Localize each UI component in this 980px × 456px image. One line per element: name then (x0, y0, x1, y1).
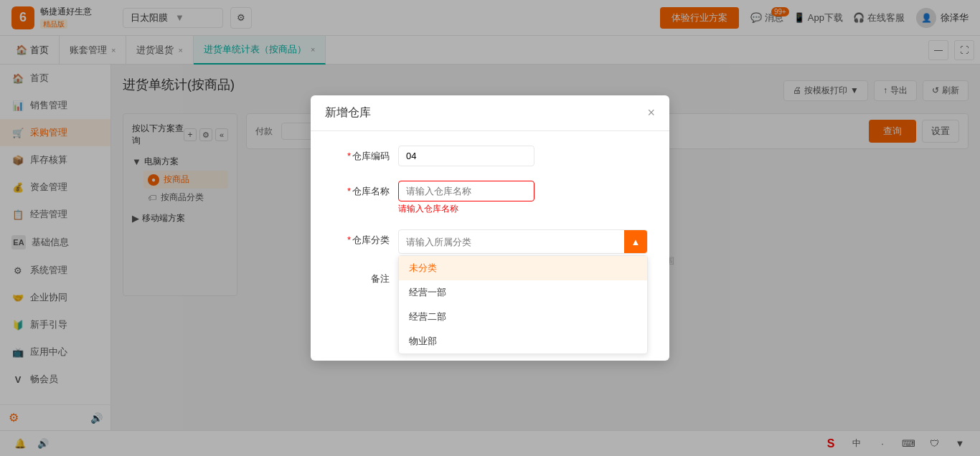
name-input-wrap: 请输入仓库名称 (398, 181, 648, 215)
chevron-up-icon: ▲ (631, 237, 641, 247)
form-row-name: 仓库名称 请输入仓库名称 (332, 181, 648, 215)
form-row-category: 仓库分类 ▲ 未分类 经营一部 经营二部 物业部 (332, 229, 648, 254)
code-input[interactable] (398, 146, 534, 166)
modal-close-button[interactable]: × (647, 105, 655, 120)
modal-title: 新增仓库 (325, 105, 371, 120)
form-row-code: 仓库编码 (332, 146, 648, 166)
code-label: 仓库编码 (332, 146, 390, 163)
name-label: 仓库名称 (332, 181, 390, 198)
category-input[interactable] (399, 232, 624, 252)
modal-body: 仓库编码 仓库名称 请输入仓库名称 仓库分类 ▲ (311, 131, 669, 318)
category-selector: ▲ 未分类 经营一部 经营二部 物业部 (398, 229, 648, 254)
category-option-dept3[interactable]: 物业部 (399, 329, 647, 353)
notes-label: 备注 (332, 268, 390, 285)
name-error-message: 请输入仓库名称 (398, 203, 648, 215)
category-dropdown: 未分类 经营一部 经营二部 物业部 (398, 255, 648, 354)
category-input-wrap: ▲ (398, 229, 648, 254)
name-input[interactable] (398, 181, 534, 201)
add-warehouse-modal: 新增仓库 × 仓库编码 仓库名称 请输入仓库名称 仓库分类 (311, 95, 669, 361)
code-input-wrap (398, 146, 648, 166)
category-option-dept1[interactable]: 经营一部 (399, 280, 647, 305)
category-option-dept2[interactable]: 经营二部 (399, 305, 647, 329)
category-toggle-button[interactable]: ▲ (624, 230, 647, 253)
category-option-unclassified[interactable]: 未分类 (399, 256, 647, 280)
category-label: 仓库分类 (332, 229, 390, 247)
modal-header: 新增仓库 × (311, 95, 669, 131)
